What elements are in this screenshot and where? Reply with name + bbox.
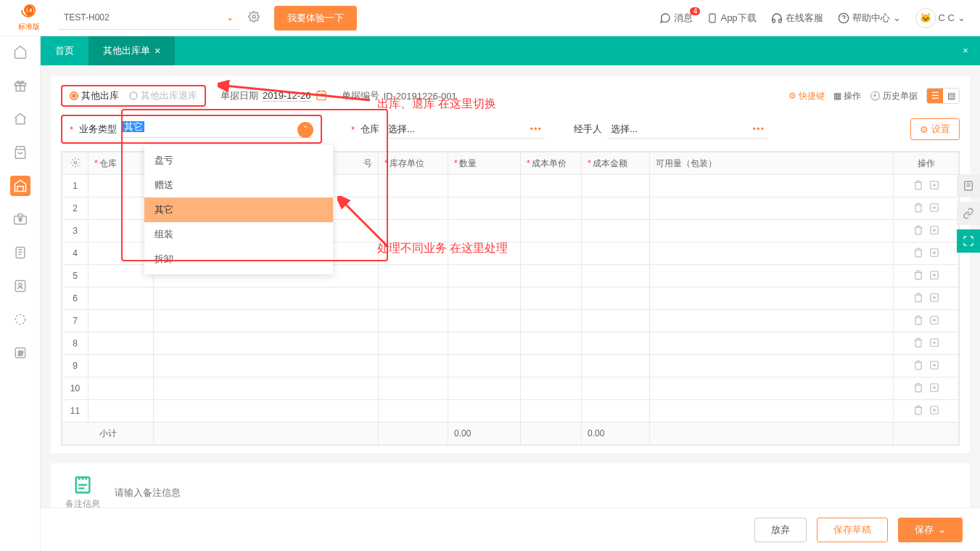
date-value[interactable]: 2019-12-26 [263, 90, 311, 102]
logo-icon [20, 4, 38, 22]
add-icon[interactable] [929, 383, 939, 395]
dropdown-option[interactable]: 赠送 [144, 173, 333, 197]
table-row[interactable]: 8 [62, 332, 959, 355]
table-row[interactable]: 11 [62, 400, 959, 423]
remark-input[interactable] [115, 487, 955, 498]
phone-icon [707, 12, 717, 24]
discard-button[interactable]: 放弃 [754, 518, 807, 542]
shortcut-button[interactable]: ⚙快捷键 [788, 90, 825, 102]
col-warehouse: *仓库 [88, 152, 154, 175]
right-dock [957, 174, 980, 253]
ُwarehouse-select[interactable]: 选择...••• [385, 120, 545, 139]
biztype-input[interactable]: 其它 [123, 121, 311, 138]
row-actions [894, 265, 959, 287]
add-icon[interactable] [929, 315, 939, 327]
dock-note-icon[interactable] [957, 174, 980, 197]
dock-link-icon[interactable] [957, 202, 980, 225]
nav-home2-icon[interactable] [10, 109, 30, 129]
add-icon[interactable] [929, 180, 939, 192]
try-button[interactable]: 我要体验一下 [274, 6, 357, 30]
delete-icon[interactable] [913, 338, 923, 350]
add-icon[interactable] [929, 405, 939, 417]
nav-money-icon[interactable]: ¥ [10, 209, 30, 229]
settings-button[interactable]: ⚙设置 [910, 118, 960, 140]
add-icon[interactable] [929, 293, 939, 305]
delete-icon[interactable] [913, 383, 923, 395]
nav-home-icon[interactable] [10, 42, 30, 62]
handler-label: 经手人 [574, 123, 602, 136]
dropdown-option[interactable]: 拆卸 [144, 247, 333, 272]
messages-link[interactable]: 消息 4 [659, 12, 693, 25]
dropdown-option[interactable]: 盘亏 [144, 148, 333, 173]
nav-bag-icon[interactable] [10, 142, 30, 163]
close-icon[interactable]: × [155, 45, 160, 57]
help-label: 帮助中心 [852, 12, 890, 25]
radio-out[interactable]: 其他出库 [70, 89, 119, 102]
delete-icon[interactable] [913, 293, 923, 305]
doc-number-value: ID-20191226-001 [384, 91, 457, 102]
add-icon[interactable] [929, 338, 939, 350]
delete-icon[interactable] [913, 225, 923, 237]
panel-toolbar: ⚙快捷键 ▦操作 🕘历史单据 ☰▤ [788, 88, 960, 104]
delete-icon[interactable] [913, 203, 923, 215]
user-menu[interactable]: 🐱 C C ⌄ [915, 8, 965, 28]
radio-return[interactable]: 其他出库退库 [129, 89, 197, 102]
close-all-tabs[interactable]: × [951, 36, 980, 65]
view-toggle[interactable]: ☰▤ [926, 88, 960, 104]
delete-icon[interactable] [913, 270, 923, 282]
nav-contact-icon[interactable] [10, 276, 30, 296]
org-selector[interactable]: TEST-H002 ⌄ [58, 7, 239, 30]
list-view-icon[interactable]: ☰ [927, 89, 943, 103]
delete-icon[interactable] [913, 360, 923, 372]
col-unit: *库存单位 [379, 152, 448, 175]
nav-clipboard-icon[interactable] [10, 242, 30, 263]
history-button[interactable]: 🕘历史单据 [870, 90, 918, 102]
help-link[interactable]: 帮助中心 ⌄ [838, 12, 901, 25]
service-link[interactable]: 在线客服 [771, 12, 823, 25]
save-button[interactable]: 保存⌄ [898, 518, 963, 542]
delete-icon[interactable] [913, 405, 923, 417]
row-actions [894, 220, 959, 242]
operate-button[interactable]: ▦操作 [833, 90, 861, 102]
delete-icon[interactable] [913, 180, 923, 192]
dropdown-option[interactable]: 其它 [144, 197, 333, 222]
tab-home[interactable]: 首页 [41, 36, 88, 65]
row-index: 8 [62, 332, 88, 355]
add-icon[interactable] [929, 225, 939, 237]
nav-warehouse-icon[interactable] [10, 176, 30, 196]
gear-icon[interactable] [248, 11, 260, 25]
chevron-up-icon[interactable]: ˄ [297, 122, 313, 138]
save-draft-button[interactable]: 保存草稿 [817, 518, 888, 542]
table-row[interactable]: 10 [62, 377, 959, 400]
app-download-link[interactable]: App下载 [707, 12, 756, 25]
nav-loading-icon[interactable] [10, 309, 30, 330]
table-row[interactable]: 6 [62, 287, 959, 310]
row-index: 11 [62, 400, 88, 423]
calendar-icon[interactable] [316, 89, 327, 103]
gear-icon: ⚙ [920, 124, 928, 135]
messages-badge: 4 [690, 7, 700, 15]
nav-gift-icon[interactable] [10, 75, 30, 96]
radio-out-label: 其他出库 [81, 89, 119, 102]
table-row[interactable]: 9 [62, 355, 959, 377]
tab-bar: 首页 其他出库单 × × [41, 36, 980, 65]
card-view-icon[interactable]: ▤ [943, 89, 959, 103]
nav-new-icon[interactable]: 新 [10, 343, 30, 363]
handler-field: 经手人 选择...••• [574, 120, 767, 139]
handler-placeholder: 选择... [611, 123, 638, 136]
table-row[interactable]: 7 [62, 310, 959, 332]
row-actions [894, 400, 959, 423]
add-icon[interactable] [929, 248, 939, 260]
delete-icon[interactable] [913, 315, 923, 327]
dropdown-option[interactable]: 组装 [144, 222, 333, 247]
left-nav: ¥ 新 [0, 36, 41, 551]
add-icon[interactable] [929, 360, 939, 372]
tab-doc[interactable]: 其他出库单 × [88, 36, 175, 65]
add-icon[interactable] [929, 270, 939, 282]
row-index: 5 [62, 265, 88, 287]
col-gear[interactable] [62, 152, 88, 175]
handler-select[interactable]: 选择...••• [608, 120, 767, 139]
dock-expand-icon[interactable] [957, 229, 980, 253]
add-icon[interactable] [929, 203, 939, 215]
delete-icon[interactable] [913, 248, 923, 260]
